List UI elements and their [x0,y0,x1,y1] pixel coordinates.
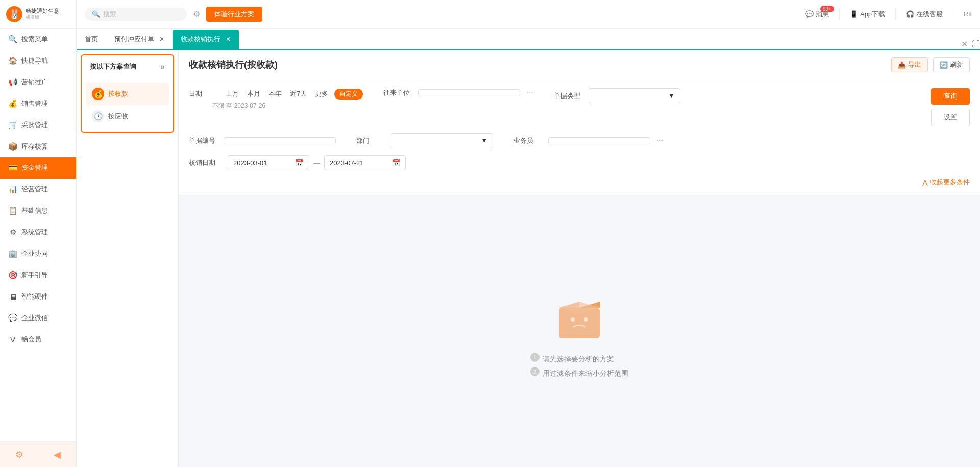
search-placeholder: 搜索 [103,10,116,19]
query-section: 查询 设置 [931,88,970,126]
sidebar-item-inventory[interactable]: 📦 库存核算 [0,136,76,157]
tab-receipt-verify-close[interactable]: ✕ [226,36,231,43]
left-item-by-receivable[interactable]: 🕐 按应收 [86,105,169,128]
sidebar-item-finance[interactable]: 💳 资金管理 [0,157,76,179]
sidebar-item-guide[interactable]: 🎯 新手引导 [0,264,76,286]
divider-1 [839,9,840,19]
tab-receipt-verify-label: 收款核销执行 [181,35,220,44]
empty-svg-icon [549,282,610,343]
headset-icon: 🎧 [906,10,914,18]
sidebar-item-wechat[interactable]: 💬 企业微信 [0,307,76,329]
basic-label: 基础信息 [21,206,48,215]
empty-tip-1: 1 请先选择要分析的方案 [530,352,628,366]
tab-home[interactable]: 首页 [77,30,106,49]
search-label: 搜索菜单 [21,35,48,44]
doc-type-select[interactable]: ▼ [589,88,680,103]
by-receipt-icon: 💰 [92,88,104,100]
tab-receipt-verify[interactable]: 收款核销执行 ✕ [173,30,239,49]
filter-area: 日期 上月 本月 本年 近7天 更多 自定义 不限 至 2023-0 [179,80,980,195]
sidebar-item-enterprise[interactable]: 🏢 企业协同 [0,243,76,264]
tab-home-label: 首页 [85,35,98,44]
sidebar-item-basic[interactable]: 📋 基础信息 [0,200,76,222]
tabs-bar: 首页 预付冲应付单 ✕ 收款核销执行 ✕ ✕ ⛶ [77,29,980,50]
staff-more-icon[interactable]: ··· [656,136,663,145]
collapse-panel-icon[interactable]: » [160,62,165,71]
staff-input[interactable] [548,137,650,144]
left-panel-items: 💰 按收款 🕐 按应收 [82,79,173,132]
finance-icon: 💳 [8,163,17,173]
empty-tips: 1 请先选择要分析的方案 2 用过滤条件来缩小分析范围 [530,352,628,380]
sidebar-item-quicknav[interactable]: 🏠 快捷导航 [0,50,76,71]
calendar-start-icon[interactable]: 📅 [295,159,304,167]
date-btn-this-month[interactable]: 本月 [245,88,262,100]
left-item-by-receipt[interactable]: 💰 按收款 [86,83,169,105]
doc-no-label: 单据编号 [189,136,219,145]
doc-type-dropdown-icon: ▼ [668,92,675,100]
verify-date-end-input[interactable]: 2023-07-21 📅 [324,155,406,170]
svg-point-4 [571,317,575,322]
doc-no-input[interactable] [224,137,336,144]
verify-date-label: 核销日期 [189,158,219,167]
dept-select[interactable]: ▼ [391,133,493,148]
page-title: 收款核销执行(按收款) [189,59,278,71]
solution-button[interactable]: 体验行业方案 [206,7,262,22]
inventory-label: 库存核算 [21,142,48,151]
sidebar-item-search[interactable]: 🔍 搜索菜单 [0,29,76,50]
service-label: 在线客服 [916,10,943,19]
verify-date-start-input[interactable]: 2023-03-01 📅 [228,155,309,170]
settings-icon[interactable]: ⚙ [15,449,23,460]
app-name: 畅捷通好生意 [26,7,59,14]
counterpart-input[interactable] [418,89,520,96]
date-separator: — [313,159,320,167]
marketing-label: 营销推广 [21,78,48,87]
messages-button[interactable]: 💬 消息 99+ [805,10,829,19]
collapse-more-btn[interactable]: ⋀ 收起更多条件 [922,178,970,187]
wechat-icon: 💬 [8,313,17,323]
operations-icon: 📊 [8,185,17,194]
tab-prepay-close[interactable]: ✕ [159,36,164,43]
user-name[interactable]: Rit [964,10,972,18]
date-btn-custom[interactable]: 自定义 [334,89,363,100]
gear-icon[interactable]: ⚙ [193,9,200,19]
dept-dropdown-icon: ▼ [481,137,487,144]
close-window-icon[interactable]: ✕ [961,39,968,49]
expand-window-icon[interactable]: ⛶ [972,40,980,49]
sidebar-item-sales[interactable]: 💰 销售管理 [0,93,76,114]
verify-date-range: 2023-03-01 📅 — 2023-07-21 📅 [228,155,406,170]
tab-prepay[interactable]: 预付冲应付单 ✕ [106,30,173,49]
date-btn-7days[interactable]: 近7天 [288,88,309,100]
doc-type-label: 单据类型 [554,91,584,101]
export-button[interactable]: 📤 导出 [891,57,928,72]
date-btn-more[interactable]: 更多 [313,88,330,100]
logo-icon: 🐰 [6,6,22,22]
sidebar-item-member[interactable]: V 畅会员 [0,329,76,350]
refresh-label: 刷新 [950,60,963,69]
sidebar: 🐰 畅捷通好生意 标准版 🔍 搜索菜单 🏠 快捷导航 📢 营销推广 💰 销售管理… [0,0,77,467]
calendar-end-icon[interactable]: 📅 [391,159,400,167]
date-btn-last-month[interactable]: 上月 [224,88,241,100]
divider-3 [953,9,953,19]
inventory-icon: 📦 [8,142,17,151]
tip-text-1: 请先选择要分析的方案 [543,352,614,366]
sidebar-item-purchase[interactable]: 🛒 采购管理 [0,114,76,136]
app-download-button[interactable]: 📱 App下载 [850,10,885,19]
sidebar-item-operations[interactable]: 📊 经营管理 [0,179,76,200]
query-button[interactable]: 查询 [931,88,970,105]
sidebar-item-system[interactable]: ⚙ 系统管理 [0,222,76,243]
tab-prepay-label: 预付冲应付单 [114,35,154,44]
sidebar-item-marketing[interactable]: 📢 营销推广 [0,71,76,93]
collapse-icon[interactable]: ◀ [54,449,61,460]
message-icon: 💬 [805,10,814,18]
sidebar-item-hardware[interactable]: 🖥 智能硬件 [0,286,76,307]
phone-icon: 📱 [850,10,858,18]
online-service-button[interactable]: 🎧 在线客服 [906,10,943,19]
date-btn-this-year[interactable]: 本年 [266,88,284,100]
counterpart-label: 往来单位 [383,88,414,97]
hardware-icon: 🖥 [8,292,17,301]
page-header: 收款核销执行(按收款) 📤 导出 🔄 刷新 [179,50,980,80]
tip-num-2: 2 [530,367,540,376]
search-box[interactable]: 🔍 搜索 [85,8,187,21]
refresh-button[interactable]: 🔄 刷新 [933,57,970,72]
counterpart-more-icon[interactable]: ··· [526,88,533,97]
setting-button[interactable]: 设置 [931,109,970,126]
